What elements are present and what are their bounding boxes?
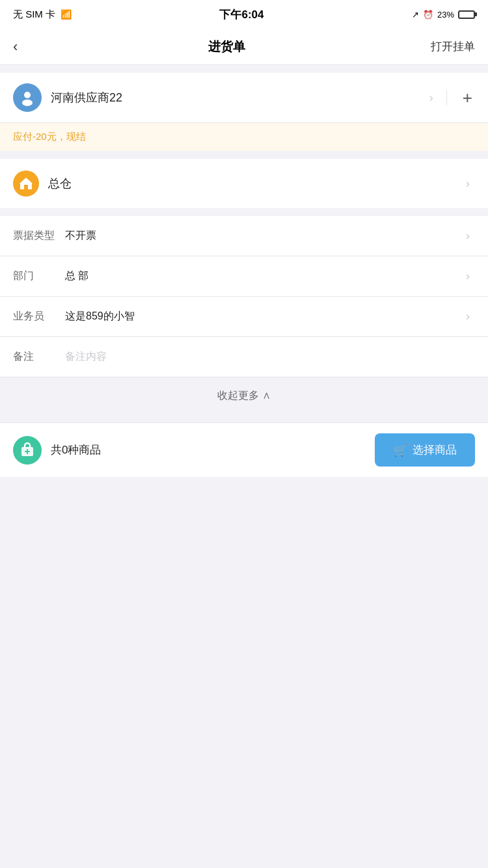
status-left: 无 SIM 卡 📶 — [13, 8, 72, 21]
warehouse-icon — [13, 170, 39, 197]
supplier-row[interactable]: 河南供应商22 › + — [0, 73, 488, 123]
alarm-icon: ⏰ — [423, 10, 433, 20]
warehouse-chevron-icon: › — [466, 177, 470, 191]
vertical-divider — [446, 90, 447, 105]
salesperson-value: 这是859的小智 — [65, 310, 466, 323]
status-time: 下午6:04 — [219, 7, 264, 22]
product-icon — [13, 436, 42, 465]
form-card: 票据类型 不开票 › 部门 总 部 › 业务员 这是859的小智 › 备注 备注… — [0, 216, 488, 414]
nav-bar: ‹ 进货单 打开挂单 — [0, 29, 488, 65]
remark-row[interactable]: 备注 备注内容 — [0, 336, 488, 377]
product-count: 共0种商品 — [51, 442, 375, 457]
salesperson-label: 业务员 — [13, 310, 65, 323]
svg-point-1 — [22, 100, 33, 106]
department-row[interactable]: 部门 总 部 › — [0, 256, 488, 296]
product-bar: 共0种商品 🛒 选择商品 — [0, 422, 488, 477]
svg-marker-3 — [20, 178, 33, 183]
supplier-card: 河南供应商22 › + 应付-20元，现结 — [0, 73, 488, 151]
collapse-button[interactable]: 收起更多 ∧ — [0, 377, 488, 414]
invoice-type-chevron-icon: › — [466, 229, 470, 243]
add-button[interactable]: + — [460, 85, 475, 111]
svg-point-0 — [24, 92, 31, 98]
supplier-avatar — [13, 83, 42, 112]
location-icon: ↗ — [412, 10, 419, 20]
page-title: 进货单 — [208, 38, 245, 55]
invoice-type-row[interactable]: 票据类型 不开票 › — [0, 216, 488, 256]
warehouse-row[interactable]: 总仓 › — [0, 159, 488, 208]
supplier-name: 河南供应商22 — [51, 90, 429, 105]
svg-rect-4 — [24, 185, 28, 189]
remark-input[interactable]: 备注内容 — [65, 350, 475, 364]
department-chevron-icon: › — [466, 269, 470, 283]
invoice-type-value: 不开票 — [65, 229, 466, 243]
gap-2 — [0, 151, 488, 159]
notice-bar: 应付-20元，现结 — [0, 123, 488, 151]
carrier-label: 无 SIM 卡 — [13, 8, 55, 21]
open-pending-button[interactable]: 打开挂单 — [431, 39, 475, 54]
battery-icon — [458, 10, 475, 19]
department-value: 总 部 — [65, 269, 466, 283]
battery-percent: 23% — [437, 10, 454, 20]
select-product-button[interactable]: 🛒 选择商品 — [375, 433, 475, 467]
wifi-icon: 📶 — [61, 9, 72, 20]
warehouse-card: 总仓 › — [0, 159, 488, 208]
supplier-chevron-icon: › — [429, 91, 433, 105]
page-background — [0, 477, 488, 659]
salesperson-row[interactable]: 业务员 这是859的小智 › — [0, 296, 488, 336]
department-label: 部门 — [13, 269, 65, 283]
remark-label: 备注 — [13, 350, 65, 364]
status-bar: 无 SIM 卡 📶 下午6:04 ↗ ⏰ 23% — [0, 0, 488, 29]
notice-text: 应付-20元，现结 — [13, 131, 86, 142]
gap-1 — [0, 65, 488, 73]
cart-icon: 🛒 — [393, 443, 407, 457]
warehouse-name: 总仓 — [48, 176, 466, 191]
back-button[interactable]: ‹ — [8, 33, 23, 61]
gap-3 — [0, 208, 488, 216]
select-product-label: 选择商品 — [413, 442, 457, 457]
status-right: ↗ ⏰ 23% — [412, 10, 475, 20]
salesperson-chevron-icon: › — [466, 310, 470, 323]
invoice-type-label: 票据类型 — [13, 229, 65, 243]
